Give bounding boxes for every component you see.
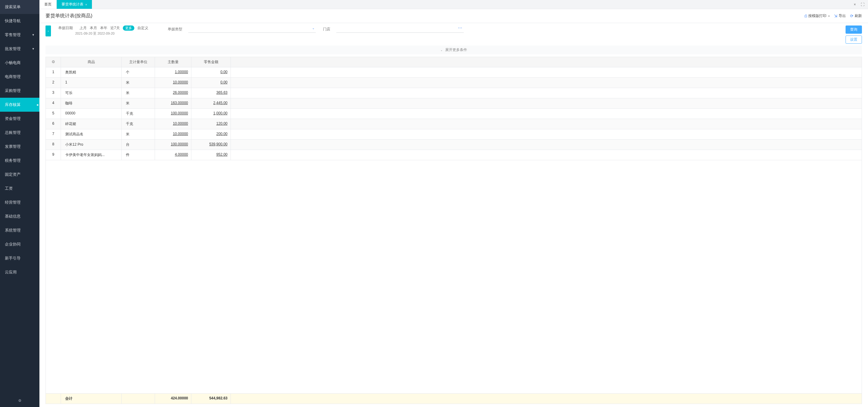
close-icon[interactable]: ×: [85, 3, 87, 6]
table-row[interactable]: 3可乐米26.00000365.63: [46, 88, 862, 98]
table-row[interactable]: 21米10.000000.00: [46, 78, 862, 88]
footer-amount: 544,982.63: [191, 394, 231, 404]
chevron-down-icon: ▼: [32, 47, 35, 50]
sidebar-item-label: 系统管理: [5, 228, 21, 233]
sidebar-item-7[interactable]: 库存核算: [0, 98, 39, 112]
sidebar-item-11[interactable]: 税务管理: [0, 153, 39, 168]
quick-last-month[interactable]: 上月: [80, 26, 87, 31]
table-row[interactable]: 6碎花裙千克10.00000120.00: [46, 119, 862, 129]
quick-this-month[interactable]: 本月: [90, 26, 97, 31]
sidebar-item-12[interactable]: 固定资产: [0, 168, 39, 181]
cell-amount[interactable]: 2,445.00: [191, 98, 231, 108]
cell-amount[interactable]: 120.00: [191, 119, 231, 129]
fullscreen-icon[interactable]: ⛶: [860, 2, 866, 7]
cell-qty[interactable]: 26.00000: [155, 88, 191, 98]
page-actions: ⎙ 按模版打印 ▾ ⇲ 导出 ⟳ 刷新: [805, 13, 862, 19]
col-unit[interactable]: 主计量单位: [122, 57, 155, 67]
sidebar-item-8[interactable]: 资金管理: [0, 112, 39, 126]
ellipsis-icon[interactable]: ⋯: [458, 26, 463, 30]
sidebar-item-label: 税务管理: [5, 158, 21, 163]
quick-custom[interactable]: 自定义: [137, 26, 148, 31]
filter-date-group: 单据日期 上月 本月 本年 近7天 更多 自定义 2021-09-20 至 20…: [58, 26, 148, 36]
sidebar-item-17[interactable]: 企业协同: [0, 237, 39, 251]
footer-qty: 424.00000: [155, 394, 191, 404]
cell-amount[interactable]: 1,000.00: [191, 109, 231, 119]
cell-product: 卡伊美中老年女装妈妈...: [61, 150, 122, 160]
query-button[interactable]: 查询: [845, 26, 862, 34]
sidebar-item-13[interactable]: 工资: [0, 181, 39, 196]
sidebar-item-label: 固定资产: [5, 172, 21, 177]
sidebar-item-18[interactable]: 新手引导: [0, 251, 39, 265]
sidebar-item-4[interactable]: 小畅电商: [0, 56, 39, 70]
cell-idx: 8: [46, 140, 61, 150]
refresh-icon: ⟳: [850, 14, 854, 18]
cell-amount[interactable]: 0.00: [191, 67, 231, 78]
cell-qty[interactable]: 10.00000: [155, 129, 191, 139]
quick-this-year[interactable]: 本年: [100, 26, 107, 31]
sidebar-item-3[interactable]: 批发管理▼: [0, 42, 39, 56]
sidebar-item-label: 电商管理: [5, 74, 21, 80]
sidebar-item-0[interactable]: 搜索菜单: [0, 0, 39, 14]
sidebar-item-5[interactable]: 电商管理: [0, 70, 39, 84]
cell-spacer: [231, 78, 862, 88]
chevron-down-icon: ⌄: [440, 49, 443, 52]
cell-amount[interactable]: 200.00: [191, 129, 231, 139]
cell-amount[interactable]: 952.00: [191, 150, 231, 160]
cell-qty[interactable]: 1.00000: [155, 67, 191, 78]
cell-qty[interactable]: 100.00000: [155, 109, 191, 119]
sidebar-item-16[interactable]: 系统管理: [0, 223, 39, 237]
refresh-button[interactable]: ⟳ 刷新: [850, 13, 862, 19]
table-row[interactable]: 8小米12 Pro台100.00000539,900.00: [46, 140, 862, 150]
tab-active[interactable]: 要货单统计表 ×: [57, 0, 92, 9]
sidebar-item-19[interactable]: 云应用: [0, 265, 39, 279]
cell-amount[interactable]: 365.63: [191, 88, 231, 98]
table-row[interactable]: 7测试商品名米10.00000200.00: [46, 129, 862, 140]
type-input[interactable]: [188, 26, 316, 33]
store-input[interactable]: [336, 26, 464, 33]
cell-qty[interactable]: 100.00000: [155, 140, 191, 150]
export-button[interactable]: ⇲ 导出: [834, 13, 846, 19]
refresh-label: 刷新: [855, 13, 862, 19]
cell-idx: 9: [46, 150, 61, 160]
table-row[interactable]: 9卡伊美中老年女装妈妈...件4.00000952.00: [46, 150, 862, 160]
col-amount[interactable]: 零售金额: [191, 57, 231, 67]
tab-bar-actions: × ⛶: [852, 0, 868, 9]
print-button[interactable]: ⎙ 按模版打印 ▾: [805, 13, 830, 19]
cell-qty[interactable]: 10.00000: [155, 78, 191, 88]
sidebar-item-6[interactable]: 采购管理: [0, 84, 39, 98]
tab-close-all-icon[interactable]: ×: [852, 2, 857, 7]
cell-amount[interactable]: 539,900.00: [191, 140, 231, 150]
settings-button[interactable]: 设置: [845, 35, 862, 44]
chevron-down-icon[interactable]: ⌄: [312, 26, 314, 30]
cell-qty[interactable]: 10.00000: [155, 119, 191, 129]
sidebar-settings[interactable]: ⚙: [0, 394, 39, 407]
sidebar-item-9[interactable]: 总账管理: [0, 126, 39, 140]
quick-more[interactable]: 更多: [123, 26, 134, 31]
col-qty[interactable]: 主数量: [155, 57, 191, 67]
tab-home[interactable]: 首页: [39, 0, 57, 9]
sidebar-item-1[interactable]: 快捷导航: [0, 14, 39, 28]
sidebar-item-10[interactable]: 发票管理: [0, 140, 39, 153]
sidebar-item-2[interactable]: 零售管理▼: [0, 28, 39, 42]
cell-qty[interactable]: 4.00000: [155, 150, 191, 160]
cell-amount[interactable]: 0.00: [191, 78, 231, 88]
quick-last7[interactable]: 近7天: [111, 26, 120, 31]
col-settings[interactable]: ⚙: [46, 57, 61, 67]
col-product[interactable]: 商品: [61, 57, 122, 67]
cell-qty[interactable]: 163.00000: [155, 98, 191, 108]
cell-spacer: [231, 109, 862, 119]
cell-idx: 2: [46, 78, 61, 88]
gear-icon: ⚙: [52, 59, 55, 64]
collapse-filter-toggle[interactable]: ›: [45, 26, 51, 36]
sidebar-item-14[interactable]: 经营管理: [0, 196, 39, 209]
cell-unit: 个: [122, 67, 155, 78]
table-row[interactable]: 1奥凯精个1.000000.00: [46, 67, 862, 78]
table-row[interactable]: 500000千克100.000001,000.00: [46, 109, 862, 119]
expand-more-filters[interactable]: ⌄ 展开更多条件: [45, 46, 862, 54]
cell-spacer: [231, 98, 862, 108]
sidebar-item-label: 资金管理: [5, 116, 21, 121]
table-footer: 合计 424.00000 544,982.63: [46, 393, 862, 404]
table-row[interactable]: 4咖啡米163.000002,445.00: [46, 98, 862, 109]
expand-more-label: 展开更多条件: [445, 48, 467, 52]
sidebar-item-15[interactable]: 基础信息: [0, 209, 39, 223]
